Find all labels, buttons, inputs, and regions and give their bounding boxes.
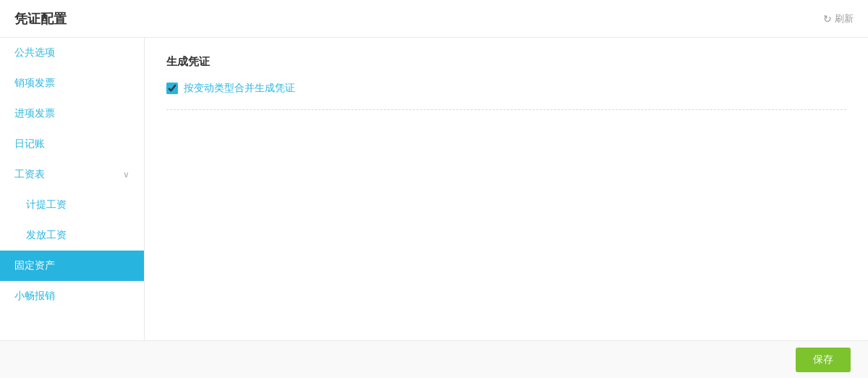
sidebar-label-payroll-sheet: 工资表 [14,168,45,181]
save-button[interactable]: 保存 [796,348,851,372]
refresh-button[interactable]: ↻ 刷新 [823,12,854,25]
main-container: 公共选项销项发票进项发票日记账工资表∨计提工资发放工资固定资产小畅报销 生成凭证… [0,38,868,340]
content-area: 生成凭证 按变动类型合并生成凭证 [145,38,868,340]
sidebar-item-purchase-invoice[interactable]: 进项发票 [0,98,144,129]
refresh-icon: ↻ [823,13,832,25]
sidebar-label-expense-report: 小畅报销 [14,290,55,303]
chevron-down-icon: ∨ [123,169,129,180]
sidebar-item-sales-invoice[interactable]: 销项发票 [0,68,144,98]
footer: 保存 [0,340,868,378]
sidebar-item-journal[interactable]: 日记账 [0,129,144,159]
page-title: 凭证配置 [14,10,67,28]
sidebar-label-public-options: 公共选项 [14,46,55,59]
page-header: 凭证配置 ↻ 刷新 [0,0,868,38]
merge-by-type-row: 按变动类型合并生成凭证 [166,82,846,95]
sidebar-label-payroll-calc: 计提工资 [26,198,67,211]
sidebar-item-payroll-calc[interactable]: 计提工资 [0,190,144,220]
merge-by-type-checkbox[interactable] [166,83,178,94]
sidebar-label-journal: 日记账 [14,138,45,151]
sidebar-item-payroll-sheet[interactable]: 工资表∨ [0,159,144,190]
sidebar-item-public-options[interactable]: 公共选项 [0,38,144,68]
sidebar: 公共选项销项发票进项发票日记账工资表∨计提工资发放工资固定资产小畅报销 [0,38,145,340]
merge-by-type-label[interactable]: 按变动类型合并生成凭证 [184,82,295,95]
sidebar-item-payroll-pay[interactable]: 发放工资 [0,220,144,251]
sidebar-label-sales-invoice: 销项发票 [14,77,55,90]
sidebar-item-fixed-assets[interactable]: 固定资产 [0,251,144,281]
sidebar-label-fixed-assets: 固定资产 [14,259,55,272]
sidebar-label-purchase-invoice: 进项发票 [14,107,55,120]
section-title: 生成凭证 [166,55,846,69]
refresh-label: 刷新 [835,12,854,25]
section-divider [166,109,846,110]
sidebar-label-payroll-pay: 发放工资 [26,229,67,242]
sidebar-item-expense-report[interactable]: 小畅报销 [0,281,144,311]
